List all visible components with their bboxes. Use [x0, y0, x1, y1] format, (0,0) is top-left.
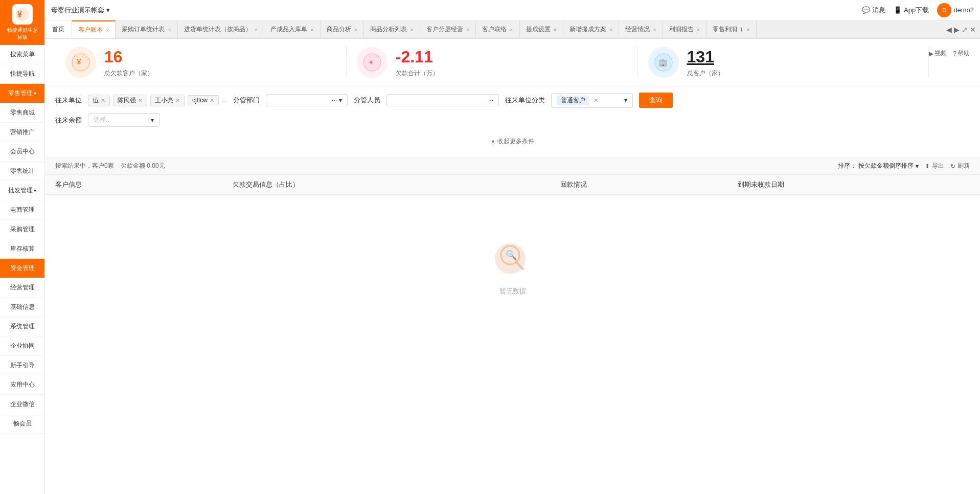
tab-label-8: 客户联络 [482, 25, 507, 34]
unit-tags-more[interactable]: ... [222, 97, 227, 104]
tab-close-3[interactable]: × [255, 27, 258, 33]
tab-close-7[interactable]: × [466, 27, 469, 33]
tab-close-1[interactable]: × [106, 27, 109, 33]
stat-label-total: 总客户（家） [687, 69, 724, 78]
sort-arrow-icon: ▾ [916, 163, 919, 170]
stat-item-debt: ✦ -2.11 欠款合计（万） [347, 47, 638, 78]
sidebar-item-11[interactable]: 资金管理 [0, 259, 44, 278]
tab-close-12[interactable]: × [697, 27, 700, 33]
sort-selector[interactable]: 排序： 按欠款金额倒序排序 ▾ [838, 162, 919, 170]
help-link[interactable]: ? 帮助 [953, 49, 970, 58]
dept-arrow-icon: ▾ [339, 97, 342, 104]
tab-8[interactable]: 客户联络× [476, 20, 519, 39]
app-download-button[interactable]: 📱 App下载 [894, 6, 929, 15]
sidebar-item-10[interactable]: 库存核算 [0, 239, 44, 259]
unit-tag-wu[interactable]: 伍 ✕ [88, 95, 110, 106]
refresh-button[interactable]: ↻ 刷新 [950, 162, 970, 170]
message-label: 消息 [872, 6, 885, 15]
unit-tag-cj-close[interactable]: ✕ [210, 97, 214, 104]
unit-type-close[interactable]: ✕ [594, 97, 598, 104]
tab-close-13[interactable]: × [746, 27, 749, 33]
video-help-link[interactable]: ▶ 视频 [929, 49, 947, 58]
message-button[interactable]: 💬 消息 [862, 6, 885, 15]
export-icon: ⬆ [925, 163, 930, 170]
dept-dropdown[interactable]: ··· ▾ [266, 94, 348, 106]
sidebar-item-14[interactable]: 系统管理 [0, 317, 44, 336]
result-text: 搜索结果中，客户0家 欠款金额 0.00元 [55, 162, 165, 170]
tab-5[interactable]: 商品分析× [321, 20, 364, 39]
balance-arrow: ▾ [151, 117, 154, 124]
unit-tag-wu-close[interactable]: ✕ [101, 97, 105, 104]
sidebar-item-17[interactable]: 应用中心 [0, 375, 44, 395]
result-actions: 排序： 按欠款金额倒序排序 ▾ ⬆ 导出 ↻ 刷新 [838, 162, 970, 170]
stat-value-total: 131 [687, 47, 724, 66]
sidebar-item-8[interactable]: 电商管理 [0, 200, 44, 220]
unit-filter-label: 往来单位 [55, 96, 82, 105]
sidebar-item-4[interactable]: 营销推广 [0, 123, 44, 142]
tab-close-5[interactable]: × [354, 27, 357, 33]
unit-type-tag: 普通客户 [557, 96, 589, 105]
app-subtitle: 标版 [17, 34, 28, 41]
sidebar-item-18[interactable]: 企业微信 [0, 395, 44, 414]
tab-prev-icon[interactable]: ◀ [946, 26, 952, 34]
tab-close-10[interactable]: × [609, 27, 612, 33]
sidebar-item-12[interactable]: 经营管理 [0, 278, 44, 298]
tab-expand-icon[interactable]: ⤢ [962, 26, 968, 34]
balance-dropdown[interactable]: 选择... ▾ [88, 113, 159, 127]
sidebar-item-5[interactable]: 会员中心 [0, 142, 44, 162]
tab-6[interactable]: 商品分析列表× [364, 20, 420, 39]
tab-0[interactable]: 首页 [45, 20, 72, 39]
unit-tag-chen[interactable]: 陈民强 ✕ [113, 95, 147, 106]
user-menu[interactable]: D demo2 [937, 3, 974, 17]
tab-4[interactable]: 产成品入库单× [264, 20, 320, 39]
tab-close-all-icon[interactable]: ✕ [970, 26, 976, 34]
unit-tag-wang-close[interactable]: ✕ [175, 97, 180, 104]
sidebar-item-9[interactable]: 采购管理 [0, 220, 44, 239]
collapse-button[interactable]: ∧ 收起更多条件 [55, 134, 970, 149]
tab-13[interactable]: 零售利润（× [706, 20, 756, 39]
tab-close-8[interactable]: × [510, 27, 513, 33]
sidebar-item-2[interactable]: 零售管理 ▾ [0, 84, 44, 103]
tab-close-9[interactable]: × [554, 27, 557, 33]
help-icon: ? [953, 50, 956, 57]
stat-content-debt: -2.11 欠款合计（万） [396, 47, 439, 77]
sidebar-item-15[interactable]: 企业协同 [0, 336, 44, 356]
unit-tag-wang[interactable]: 王小亮 ✕ [150, 95, 185, 106]
store-selector[interactable]: 母婴行业演示帐套 ▾ [51, 6, 110, 15]
unit-type-label: 往来单位分类 [505, 96, 545, 105]
sidebar-item-0[interactable]: 搜索菜单 [0, 45, 44, 64]
sidebar-item-7[interactable]: 批发管理 ▾ [0, 181, 44, 200]
empty-state: 🔍 暂无数据 [45, 195, 980, 337]
page-content: ¥ 16 总欠款客户（家） ✦ -2.11 欠款合计 [45, 39, 980, 494]
tab-close-4[interactable]: × [310, 27, 313, 33]
sidebar-item-13[interactable]: 基础信息 [0, 298, 44, 317]
export-button[interactable]: ⬆ 导出 [925, 162, 944, 170]
collapse-arrow-icon: ∧ [491, 138, 495, 145]
tab-1[interactable]: 客户账本× [72, 20, 116, 39]
tab-12[interactable]: 利润报告× [663, 20, 706, 39]
sidebar-item-16[interactable]: 新手引导 [0, 356, 44, 375]
tab-11[interactable]: 经营情况× [619, 20, 663, 39]
app-logo[interactable]: ¥ 畅捷通好生意 标版 [0, 0, 44, 45]
tab-close-2[interactable]: × [168, 27, 171, 33]
tab-close-6[interactable]: × [410, 27, 413, 33]
sidebar-item-3[interactable]: 零售商城 [0, 103, 44, 123]
tab-next-icon[interactable]: ▶ [954, 26, 960, 34]
unit-type-dropdown[interactable]: 普通客户 ✕ ▾ [551, 93, 633, 108]
table-header: 客户信息欠款交易信息（占比）回款情况到期未收款日期 [45, 175, 980, 195]
tab-10[interactable]: 新增提成方案× [563, 20, 619, 39]
tab-2[interactable]: 采购订单统计表× [116, 20, 177, 39]
tab-3[interactable]: 进货单统计表（按商品）× [178, 20, 264, 39]
tab-7[interactable]: 客户分层经营× [420, 20, 476, 39]
tab-label-0: 首页 [52, 25, 64, 34]
query-button[interactable]: 查询 [639, 93, 673, 108]
empty-text: 暂无数据 [499, 287, 526, 296]
person-dropdown[interactable]: ··· [386, 94, 499, 106]
sidebar-item-19[interactable]: 畅会员 [0, 414, 44, 434]
unit-tag-chen-close[interactable]: ✕ [138, 97, 143, 104]
unit-tag-cj[interactable]: cjttcw ✕ [188, 95, 219, 105]
sidebar-item-1[interactable]: 快捷导航 [0, 64, 44, 84]
sidebar-item-6[interactable]: 零售统计 [0, 162, 44, 181]
tab-close-11[interactable]: × [653, 27, 656, 33]
tab-9[interactable]: 提成设置× [520, 20, 563, 39]
